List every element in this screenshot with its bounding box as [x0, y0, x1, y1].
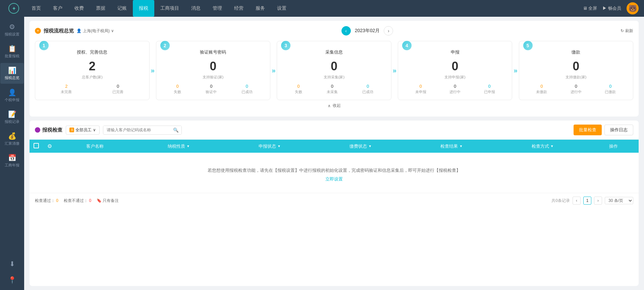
logo[interactable]: ✦: [5, 0, 22, 17]
nav-operation[interactable]: 经营: [228, 0, 250, 17]
chevron-up-icon: ∧: [328, 103, 331, 108]
nav-home[interactable]: 首页: [25, 0, 47, 17]
nav-tax[interactable]: 报税: [133, 0, 154, 17]
employee-filter[interactable]: 员 全部员工 ∨: [66, 126, 100, 135]
setup-link[interactable]: 立即设置: [325, 176, 343, 182]
prev-month-btn[interactable]: ‹: [341, 26, 351, 35]
chevron-down-icon: ∨: [111, 28, 114, 33]
filter-icon-declare: ▼: [277, 144, 281, 148]
step-subtitle-3: 支持采集(家): [282, 75, 386, 80]
nav-message[interactable]: 消息: [185, 0, 207, 17]
nav-commerce[interactable]: 工商项目: [154, 0, 185, 17]
col-declare-status: 申报状态 ▼: [224, 140, 315, 153]
stat-collect-fail-value: 0: [297, 84, 300, 89]
col-declare-status-filter[interactable]: 申报状态 ▼: [259, 143, 281, 149]
stat-collect-fail: 0 失败: [295, 84, 302, 94]
stat-verified-value: 0: [246, 84, 248, 89]
prev-page-btn[interactable]: ‹: [573, 197, 581, 205]
process-overview-header: + 报税流程总览 👤 上海(电子税局) ∨ ‹ 2023年02月 › ↻ 刷新: [35, 26, 633, 35]
refresh-btn[interactable]: ↻ 刷新: [621, 28, 633, 34]
process-badge: +: [35, 28, 41, 34]
col-actions-text: 操作: [609, 144, 618, 149]
search-input[interactable]: [103, 126, 170, 134]
process-overview: + 报税流程总览 👤 上海(电子税局) ∨ ‹ 2023年02月 › ↻ 刷新: [30, 21, 639, 117]
check-fail-value[interactable]: 0: [89, 198, 91, 203]
col-pay-status: 缴费状态 ▼: [315, 140, 406, 153]
col-check-method-text: 检查方式: [532, 143, 549, 149]
col-tax-nature-filter[interactable]: 纳税性质 ▼: [168, 143, 190, 149]
process-step-3: 3 采集信息 0 支持采集(家) 0 失败 0 未采集: [277, 41, 391, 100]
next-page-btn[interactable]: ›: [594, 197, 602, 205]
sidebar-item-commerce-annual[interactable]: 📅 工商年报: [0, 150, 24, 171]
process-steps: 1 授权、完善信息 2 总客户数(家) 2 未完善 0 已完善: [35, 41, 633, 100]
stat-collected-label: 已成功: [362, 89, 373, 94]
check-pass-value[interactable]: 0: [56, 198, 58, 203]
col-pay-status-text: 缴费状态: [350, 143, 367, 149]
nav-client[interactable]: 客户: [47, 0, 68, 17]
stat-not-paid: 0 未缴款: [536, 84, 547, 94]
sidebar-item-tax-overview[interactable]: 📊 报税总览: [0, 63, 24, 83]
batch-tax-icon: 📋: [8, 45, 16, 53]
nav-bookkeeping[interactable]: 记账: [111, 0, 133, 17]
step-count-1: 2: [41, 59, 144, 73]
location-info[interactable]: 👤 上海(电子税局) ∨: [76, 28, 114, 34]
step-subtitle-2: 支持验证(家): [162, 75, 265, 80]
tax-check-title-text: 报税检查: [42, 127, 62, 133]
step-stats-4: 0 未申报 0 进行中 0 已申报: [404, 84, 507, 94]
column-settings-icon[interactable]: ⚙: [47, 143, 52, 149]
col-actions: 操作: [588, 140, 639, 153]
page-size-select[interactable]: 30 条/页 50 条/页 100 条/页: [605, 197, 633, 204]
sidebar-item-tax-record[interactable]: 📝 报税记录: [0, 107, 24, 127]
tax-overview-icon: 📊: [8, 66, 16, 74]
collapse-bar[interactable]: ∧ 收起: [35, 100, 633, 111]
col-pay-status-filter[interactable]: 缴费状态 ▼: [350, 143, 372, 149]
op-log-button[interactable]: 操作日志: [604, 125, 633, 135]
col-declare-status-text: 申报状态: [259, 143, 276, 149]
commerce-annual-icon: 📅: [8, 154, 16, 162]
stat-fail: 0 失败: [174, 84, 181, 94]
stat-not-paid-label: 未缴款: [536, 89, 547, 94]
select-all-checkbox[interactable]: [34, 143, 39, 148]
stat-not-declared-label: 未申报: [415, 89, 426, 94]
process-step-1: 1 授权、完善信息 2 总客户数(家) 2 未完善 0 已完善: [35, 41, 150, 100]
process-step-4: 4 申报 0 支持申报(家) 0 未申报 0 进行中: [398, 41, 513, 100]
search-button[interactable]: 🔍: [170, 126, 181, 134]
checkbox-column: [30, 140, 43, 153]
personal-tax-icon: 👤: [8, 88, 16, 96]
sidebar-location-btn[interactable]: 📍: [0, 273, 24, 287]
nav-settings[interactable]: 设置: [271, 0, 292, 17]
sidebar-item-annual-settlement[interactable]: 💰 汇算清缴: [0, 129, 24, 149]
tax-check-title: 报税检查: [35, 127, 62, 133]
nav-invoice[interactable]: 票据: [90, 0, 111, 17]
bookmark-icon: 🔖: [97, 198, 102, 203]
col-check-result-filter[interactable]: 检查结果 ▼: [440, 143, 463, 149]
stat-not-collected: 0 未采集: [327, 84, 338, 94]
col-check-method-filter[interactable]: 检查方式 ▼: [532, 143, 554, 149]
tax-check-header: 报税检查 员 全部员工 ∨ 🔍 批量检查 操作日志: [30, 121, 639, 140]
nav-service[interactable]: 服务: [250, 0, 271, 17]
sidebar-item-batch-tax[interactable]: 📋 批量报税: [0, 41, 24, 62]
check-fail-stat: 检查不通过： 0: [64, 198, 91, 204]
next-month-btn[interactable]: ›: [384, 26, 393, 35]
col-tax-nature: 纳税性质 ▼: [133, 140, 224, 153]
sidebar-item-personal-tax[interactable]: 👤 个税申报: [0, 85, 24, 105]
stat-not-collected-label: 未采集: [327, 89, 338, 94]
filter-label: 全部员工: [75, 127, 92, 133]
header-actions: 批量检查 操作日志: [574, 125, 633, 135]
fullscreen-btn[interactable]: 🖥 全屏: [583, 5, 597, 11]
location-icon: 📍: [8, 276, 16, 284]
vip-btn[interactable]: ▶ 畅会员: [602, 5, 621, 11]
avatar[interactable]: 🐻: [627, 2, 639, 14]
nav-fee[interactable]: 收费: [68, 0, 90, 17]
tax-settings-icon: ⚙: [9, 23, 15, 31]
logo-icon: ✦: [8, 3, 19, 14]
step-title-3: 采集信息: [282, 49, 386, 55]
pagination: 共0条记录 ‹ 1 › 30 条/页 50 条/页 100 条/页: [551, 197, 633, 205]
stat-verifying-value: 0: [210, 84, 212, 89]
sidebar-item-tax-settings[interactable]: ⚙ 报税设置: [0, 19, 24, 40]
note-stat: 🔖 只有备注: [97, 198, 119, 204]
table-header-row: ⚙ 客户名称 纳税性质 ▼: [30, 140, 639, 153]
nav-manage[interactable]: 管理: [207, 0, 228, 17]
sidebar-download-btn[interactable]: ⬇: [0, 257, 24, 271]
batch-check-button[interactable]: 批量检查: [574, 125, 602, 135]
